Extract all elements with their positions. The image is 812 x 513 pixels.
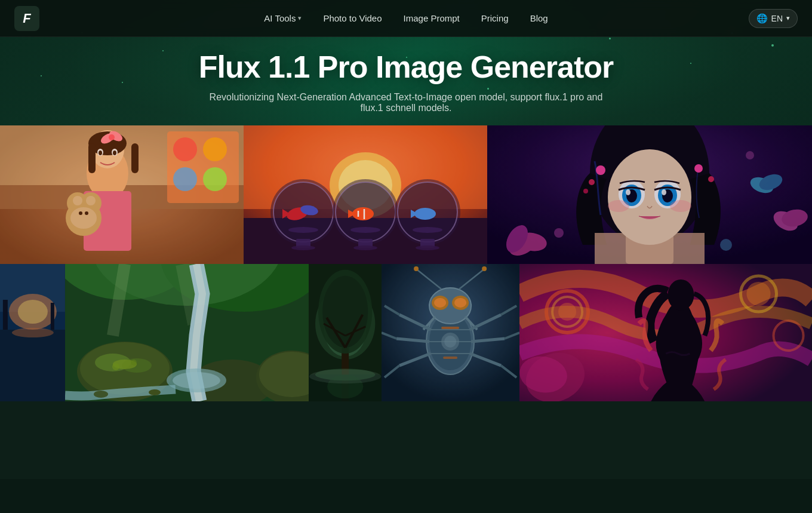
svg-rect-166 — [382, 264, 519, 401]
gallery-row-1 — [0, 125, 812, 264]
nav-item-blog[interactable]: Blog — [521, 8, 558, 28]
gallery-item-robot[interactable] — [382, 264, 519, 401]
navbar: F AI Tools ▾ Photo to Video Image Prompt… — [0, 0, 812, 37]
svg-rect-88 — [487, 125, 812, 264]
globe-icon: 🌐 — [756, 13, 768, 24]
logo[interactable]: F — [14, 6, 39, 31]
bottom-section — [0, 401, 812, 479]
svg-rect-116 — [65, 264, 309, 401]
gallery-item-sunset[interactable] — [0, 264, 65, 401]
gallery-item-anime-girl[interactable] — [487, 125, 812, 264]
nav-item-image-prompt[interactable]: Image Prompt — [394, 8, 469, 28]
gallery-item-waterfall[interactable] — [65, 264, 309, 401]
hero-title: Flux 1.1 Pro Image Generator — [199, 49, 613, 85]
gallery-item-fish-bowls[interactable] — [244, 125, 487, 264]
gallery-item-tree[interactable] — [309, 264, 382, 401]
svg-rect-132 — [309, 264, 382, 401]
nav-item-pricing[interactable]: Pricing — [472, 8, 518, 28]
gallery-section — [0, 125, 812, 401]
svg-rect-30 — [0, 125, 244, 264]
hero-subtitle: Revolutionizing Next-Generation Advanced… — [197, 92, 615, 113]
chevron-down-icon: ▾ — [786, 14, 790, 22]
gallery-row-2 — [0, 264, 812, 401]
nav-center: AI Tools ▾ Photo to Video Image Prompt P… — [254, 8, 557, 28]
gallery-item-colorful[interactable] — [519, 264, 812, 401]
nav-item-ai-tools[interactable]: AI Tools ▾ — [254, 8, 311, 28]
svg-rect-97 — [0, 264, 65, 401]
chevron-down-icon: ▾ — [298, 14, 302, 22]
svg-rect-177 — [519, 264, 812, 401]
nav-right: 🌐 EN ▾ — [749, 9, 798, 28]
nav-left: F — [14, 6, 39, 31]
gallery-item-girl-toys[interactable] — [0, 125, 244, 264]
nav-item-photo-to-video[interactable]: Photo to Video — [313, 8, 391, 28]
language-selector[interactable]: 🌐 EN ▾ — [749, 9, 798, 28]
svg-rect-57 — [244, 125, 487, 264]
